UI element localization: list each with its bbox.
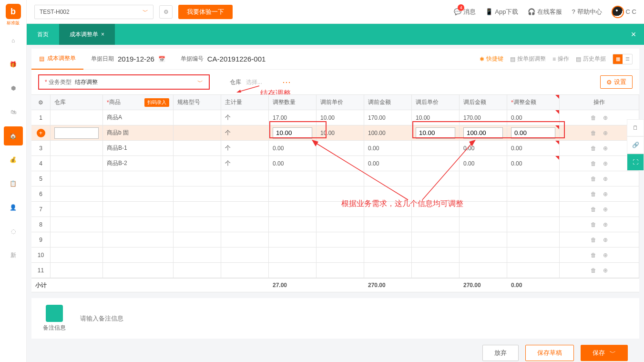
col-qty: 调整数量: [269, 95, 317, 110]
delete-row-icon[interactable]: 🗑: [591, 206, 596, 213]
experience-button[interactable]: 我要体验一下: [178, 5, 233, 19]
delete-row-icon[interactable]: 🗑: [591, 114, 596, 121]
grid-settings-button[interactable]: ⚙设置: [600, 75, 633, 89]
table-row[interactable]: 1商品A个17.0010.00170.0010.00170.000.00🗑⊕: [31, 110, 639, 125]
delete-row-icon[interactable]: 🗑: [591, 191, 596, 197]
mobile-icon: 📱: [485, 8, 493, 15]
expand-icon[interactable]: ⛶: [627, 154, 644, 171]
table-row[interactable]: +商品b 固个10.00100.00🗑⊕: [31, 125, 639, 141]
tab-cost-adjust[interactable]: 成本调整单×: [59, 24, 115, 45]
view-toggle[interactable]: ▦☰: [613, 54, 633, 64]
copy-row-icon[interactable]: ⊕: [603, 160, 608, 167]
nav-contact-icon[interactable]: 👤: [4, 198, 23, 217]
avatar-icon: [612, 6, 624, 18]
business-type-select[interactable]: * 业务类型 结存调整 ﹀: [38, 74, 210, 90]
copy-row-icon[interactable]: ⊕: [603, 237, 608, 243]
nav-new-icon[interactable]: 新: [4, 246, 23, 265]
scan-input-tag[interactable]: 扫码录入: [144, 98, 169, 107]
col-adj-amt: *调整金额: [507, 95, 560, 110]
remarks-section: 备注信息: [31, 298, 639, 339]
delete-row-icon[interactable]: 🗑: [591, 267, 596, 274]
save-draft-button[interactable]: 保存草稿: [525, 345, 574, 361]
adj-amt-input[interactable]: [511, 127, 555, 139]
after-price-input[interactable]: [416, 127, 455, 139]
close-icon[interactable]: ×: [101, 31, 104, 38]
col-settings-icon[interactable]: ⚙: [31, 95, 51, 110]
table-row[interactable]: 7🗑⊕: [31, 202, 639, 217]
gear-icon: ⚙: [606, 79, 612, 86]
tab-home[interactable]: 首页: [27, 24, 59, 45]
delete-row-icon[interactable]: 🗑: [591, 130, 596, 136]
message-icon: 💬: [454, 8, 461, 15]
delete-row-icon[interactable]: 🗑: [591, 176, 596, 182]
messages-button[interactable]: 💬消息: [454, 8, 476, 16]
discard-button[interactable]: 放弃: [482, 345, 519, 361]
help-icon: ?: [572, 8, 575, 15]
col-uom: 主计量: [221, 95, 269, 110]
customer-service-button[interactable]: 🎧在线客服: [528, 8, 562, 16]
date-label: 单据日期: [91, 55, 114, 63]
save-button[interactable]: 保存﹀: [581, 345, 628, 361]
copy-row-icon[interactable]: ⊕: [603, 191, 608, 197]
docno-value: CA-20191226-001: [207, 55, 266, 63]
qty-input[interactable]: [273, 127, 312, 139]
warehouse-input[interactable]: [54, 127, 99, 139]
col-actions: 操作: [560, 95, 639, 110]
grid-view-icon[interactable]: ▦: [613, 54, 623, 64]
nav-clipboard-icon[interactable]: 📋: [4, 174, 23, 193]
nav-home-icon[interactable]: ⌂: [4, 31, 23, 50]
list-view-icon[interactable]: ☰: [623, 54, 632, 64]
delete-row-icon[interactable]: 🗑: [591, 160, 596, 167]
nav-gift-icon[interactable]: 🎁: [4, 55, 23, 74]
nav-sync-icon[interactable]: ◌: [4, 222, 23, 241]
calendar-icon[interactable]: 📅: [158, 56, 165, 62]
nav-house-icon[interactable]: ⬢: [4, 79, 23, 98]
copy-row-icon[interactable]: ⊕: [603, 176, 608, 182]
remark-input[interactable]: [80, 311, 628, 326]
table-row[interactable]: 6🗑⊕: [31, 186, 639, 202]
delete-row-icon[interactable]: 🗑: [591, 145, 596, 152]
copy-row-icon[interactable]: ⊕: [603, 114, 608, 121]
adjust-by-doc-link[interactable]: ▤ 按单据调整: [510, 55, 546, 63]
table-row[interactable]: 11🗑⊕: [31, 263, 639, 278]
top-bar: TEST-H002 ﹀ ⚙ 我要体验一下 💬消息 📱App下载 🎧在线客服 ?帮…: [27, 0, 644, 24]
note-icon[interactable]: 🗒: [627, 119, 644, 136]
link-icon[interactable]: 🔗: [627, 136, 644, 154]
copy-row-icon[interactable]: ⊕: [603, 252, 608, 259]
copy-row-icon[interactable]: ⊕: [603, 130, 608, 136]
date-value[interactable]: 2019-12-26: [118, 55, 154, 63]
table-row[interactable]: 4商品B-2个0.000.000.000.00🗑⊕: [31, 156, 639, 171]
delete-row-icon[interactable]: 🗑: [591, 237, 596, 243]
org-selector[interactable]: TEST-H002 ﹀: [34, 5, 153, 19]
table-row[interactable]: 9🗑⊕: [31, 232, 639, 248]
history-link[interactable]: ▤ 历史单据: [576, 55, 606, 63]
hotkeys-link[interactable]: ✱ 快捷键: [480, 55, 503, 63]
after-amt-input[interactable]: [463, 127, 503, 139]
delete-row-icon[interactable]: 🗑: [591, 252, 596, 259]
copy-row-icon[interactable]: ⊕: [603, 145, 608, 152]
annotation-text-2: 根据业务需求，这几个信息均可调整: [341, 199, 463, 209]
nav-money-icon[interactable]: 💰: [4, 150, 23, 169]
remark-icon: [46, 305, 63, 322]
nav-bag-icon[interactable]: 🛍: [4, 103, 23, 122]
doc-icon: ▤: [39, 55, 44, 62]
table-row[interactable]: 8🗑⊕: [31, 217, 639, 232]
delete-row-icon[interactable]: 🗑: [591, 221, 596, 228]
close-all-tabs[interactable]: ×: [623, 24, 644, 45]
more-filters-icon[interactable]: ⋯: [282, 77, 292, 87]
org-value: TEST-H002: [40, 9, 70, 15]
nav-warehouse-icon[interactable]: 🏠: [4, 126, 23, 145]
operations-link[interactable]: ≡ 操作: [552, 55, 569, 63]
copy-row-icon[interactable]: ⊕: [603, 267, 608, 274]
table-row[interactable]: 5🗑⊕: [31, 171, 639, 186]
copy-row-icon[interactable]: ⊕: [603, 221, 608, 228]
settings-gear-button[interactable]: ⚙: [159, 5, 173, 19]
table-row[interactable]: 3商品B-1个0.000.000.000.00🗑⊕: [31, 141, 639, 156]
doc-type-tab[interactable]: ▤成本调整单: [31, 49, 83, 70]
help-center-button[interactable]: ?帮助中心: [572, 8, 602, 16]
table-row[interactable]: 10🗑⊕: [31, 248, 639, 263]
copy-row-icon[interactable]: ⊕: [603, 206, 608, 213]
app-download-button[interactable]: 📱App下载: [485, 8, 518, 16]
col-after-amt: 调后金额: [460, 95, 507, 110]
user-menu[interactable]: C C: [612, 6, 636, 18]
